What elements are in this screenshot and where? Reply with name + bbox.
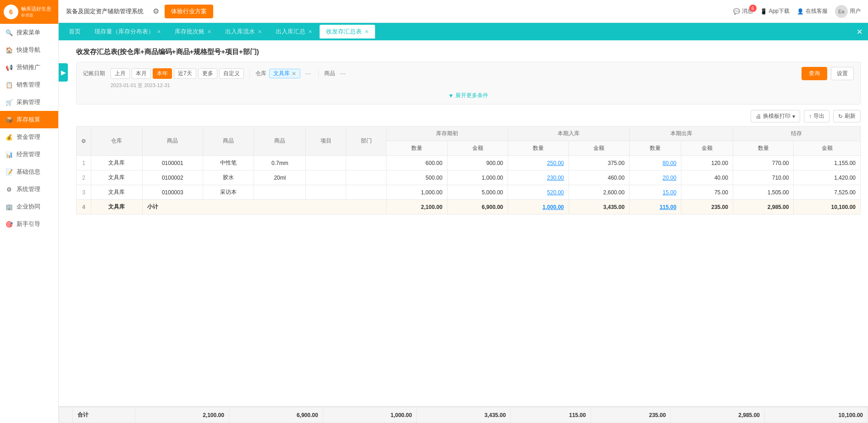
tab-close-recv-send-summary[interactable]: ✕ [365, 29, 369, 35]
system-name: 装备及固定资产辅助管理系统 [66, 7, 144, 16]
cell-project [306, 170, 346, 185]
date-btn-more[interactable]: 更多 [198, 68, 217, 79]
col-out-amt-header: 金额 [681, 141, 733, 156]
sidebar-item-search[interactable]: 🔍 搜索菜单 [0, 24, 58, 41]
tab-inventory-dist-label: 现存量（库存分布表） [94, 27, 154, 36]
date-btn-this-year[interactable]: 本年 [153, 68, 172, 79]
sidebar-item-quick-nav[interactable]: 🏠 快捷导航 [0, 41, 58, 59]
tab-recv-send-summary[interactable]: 收发存汇总表 ✕ [320, 25, 375, 38]
date-btn-this-month[interactable]: 本月 [132, 68, 151, 79]
footer-bal-amt: 10,100.00 [764, 407, 868, 423]
sidebar-item-label: 快捷导航 [17, 46, 40, 54]
tab-in-out-flow[interactable]: 出入库流水 ✕ [219, 25, 268, 38]
cell-open-qty: 600.00 [387, 156, 447, 170]
marketing-icon: 📢 [6, 64, 13, 71]
settings-icon[interactable]: ⚙ [153, 7, 159, 16]
online-service-item[interactable]: 👤 在线客服 [797, 7, 828, 15]
operations-icon: 📊 [6, 151, 13, 158]
close-all-tabs-button[interactable]: ✕ [855, 26, 864, 38]
tab-close-inventory-dist[interactable]: ✕ [157, 29, 161, 35]
goods-more[interactable]: ··· [338, 70, 348, 78]
table-header-row1: ⚙ 仓库 商品 商品 商品 项目 部门 库存期初 本期入库 本期出库 结存 [77, 126, 861, 141]
sidebar-item-sales[interactable]: 📋 销售管理 [0, 76, 58, 93]
sidebar-item-label: 基础信息 [17, 168, 40, 176]
sidebar-item-basic-info[interactable]: 📝 基础信息 [0, 163, 58, 181]
sidebar-item-enterprise[interactable]: 🏢 企业协同 [0, 198, 58, 215]
cell-in-qty[interactable]: 230.00 [508, 170, 569, 185]
sidebar-item-finance[interactable]: 💰 资金管理 [0, 128, 58, 146]
col-warehouse-header: 仓库 [91, 126, 143, 156]
warehouse-tag-label: 文具库 [273, 70, 290, 77]
logo-icon: 6 [4, 5, 18, 19]
sidebar-item-label: 采购管理 [17, 98, 40, 106]
warehouse-tag: 文具库 ✕ [269, 69, 300, 78]
warehouse-tag-close[interactable]: ✕ [292, 71, 296, 77]
cell-out-qty[interactable]: 20.00 [630, 170, 681, 185]
query-button[interactable]: 查询 [802, 67, 827, 80]
sidebar-item-system[interactable]: ⚙ 系统管理 [0, 181, 58, 198]
subtotal-out-qty[interactable]: 115.00 [630, 200, 681, 214]
sidebar-item-purchase[interactable]: 🛒 采购管理 [0, 93, 58, 111]
sidebar-item-operations[interactable]: 📊 经营管理 [0, 146, 58, 163]
footer-open-amt: 6,900.00 [229, 407, 323, 423]
cell-code: 0100001 [142, 156, 203, 170]
trial-button[interactable]: 体验行业方案 [165, 5, 213, 18]
tab-close-batch-ledger[interactable]: ✕ [207, 29, 211, 35]
cell-out-amt: 75.00 [681, 185, 733, 200]
notification-item[interactable]: 💬 消息 6 [733, 7, 753, 15]
date-btn-7days[interactable]: 近7天 [174, 68, 196, 79]
filter-bar: 记账日期 上月 本月 本年 近7天 更多 自定义 仓库 [76, 62, 861, 104]
cell-out-qty[interactable]: 15.00 [630, 185, 681, 200]
side-collapse-arrow[interactable]: ▶ [59, 63, 68, 82]
date-btn-prev-month[interactable]: 上月 [111, 68, 130, 79]
tab-close-in-out-summary[interactable]: ✕ [308, 29, 312, 35]
sidebar-item-marketing[interactable]: 📢 营销推广 [0, 59, 58, 76]
app-download-item[interactable]: 📱 App下载 [760, 7, 790, 15]
date-btn-custom[interactable]: 自定义 [219, 68, 244, 79]
online-service-label: 在线客服 [806, 7, 828, 15]
tab-bar: 首页 现存量（库存分布表） ✕ 库存批次账 ✕ 出入库流水 ✕ 出入库汇总 ✕ … [59, 23, 868, 40]
tab-batch-ledger[interactable]: 库存批次账 ✕ [168, 25, 218, 38]
settings-button[interactable]: 设置 [831, 67, 854, 80]
row-no: 3 [77, 185, 91, 200]
print-btn[interactable]: 🖨 换模板打印 ▾ [751, 110, 800, 122]
col-settings-header[interactable]: ⚙ [77, 126, 91, 156]
cell-bal-amt: 1,155.00 [794, 156, 861, 170]
export-btn[interactable]: ↑ 导出 [804, 110, 829, 122]
tab-in-out-summary[interactable]: 出入库汇总 ✕ [269, 25, 319, 38]
avatar: Ea [835, 5, 848, 18]
cell-in-qty[interactable]: 250.00 [508, 156, 569, 170]
refresh-btn[interactable]: ↻ 刷新 [833, 110, 861, 122]
footer-table: 合计 2,100.00 6,900.00 1,000.00 3,435.00 1… [59, 407, 868, 423]
cell-out-qty[interactable]: 80.00 [630, 156, 681, 170]
tab-close-in-out-flow[interactable]: ✕ [258, 29, 262, 35]
basic-info-icon: 📝 [6, 168, 13, 176]
warehouse-more[interactable]: ··· [303, 70, 313, 78]
footer-in-qty: 1,000.00 [323, 407, 417, 423]
app-download-label: App下载 [769, 7, 790, 15]
subtotal-no: 4 [77, 200, 91, 214]
col-code-header: 商品 [142, 126, 203, 156]
sidebar-item-label: 系统管理 [17, 185, 40, 193]
tab-in-out-summary-label: 出入库汇总 [276, 27, 305, 36]
cell-spec: 0.7mm [254, 156, 306, 170]
purchase-icon: 🛒 [6, 99, 13, 106]
cell-in-qty[interactable]: 520.00 [508, 185, 569, 200]
footer-row: 合计 2,100.00 6,900.00 1,000.00 3,435.00 1… [59, 407, 868, 423]
sidebar-item-guide[interactable]: 🎯 新手引导 [0, 215, 58, 233]
cell-dept [346, 170, 387, 185]
col-out-qty-header: 数量 [630, 141, 681, 156]
cell-open-qty: 1,000.00 [387, 185, 447, 200]
cell-project [306, 185, 346, 200]
col-spec-header: 商品 [254, 126, 306, 156]
expand-more-btn[interactable]: ▼ 展开更多条件 [83, 92, 854, 99]
tab-inventory-dist[interactable]: 现存量（库存分布表） ✕ [88, 25, 167, 38]
print-dropdown-icon: ▾ [792, 113, 795, 120]
col-opening-header: 库存期初 [387, 126, 508, 141]
user-item[interactable]: Ea 用户 [835, 5, 861, 18]
footer-bal-qty: 2,985.00 [671, 407, 765, 423]
print-icon: 🖨 [756, 113, 761, 120]
tab-home[interactable]: 首页 [62, 25, 87, 38]
sidebar-item-inventory[interactable]: 📦 库存核算 [0, 111, 58, 128]
subtotal-in-qty[interactable]: 1,000.00 [508, 200, 569, 214]
